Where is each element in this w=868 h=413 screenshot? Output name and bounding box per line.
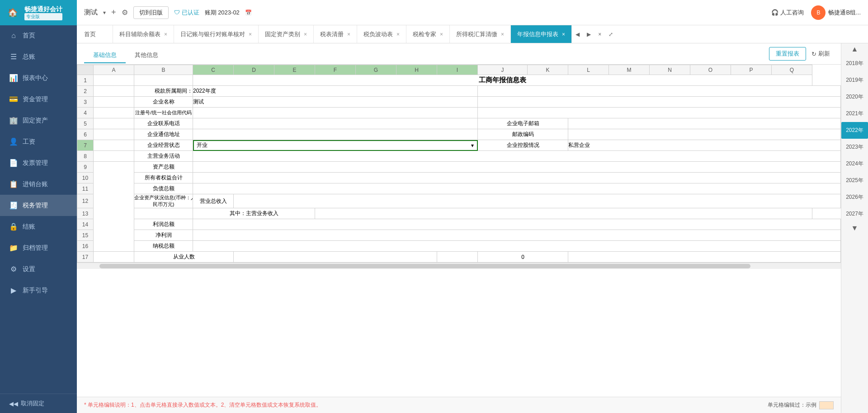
col-header-P[interactable]: P <box>731 65 772 75</box>
tab-tax-fluctuation[interactable]: 税负波动表 × <box>357 25 406 43</box>
sidebar-item-tax[interactable]: 🧾 税务管理 <box>0 195 77 216</box>
sidebar-item-archive[interactable]: 📁 归档管理 <box>0 237 77 258</box>
cell-A2[interactable] <box>94 86 134 97</box>
tab-other-info[interactable]: 其他信息 <box>126 48 167 63</box>
cell-D13[interactable]: 其中：主营业务收入 <box>193 208 315 219</box>
col-header-A[interactable]: A <box>94 65 134 75</box>
cell-D12[interactable] <box>234 194 841 208</box>
cell-C5[interactable] <box>193 118 478 129</box>
cell-C11[interactable] <box>193 183 841 194</box>
cell-A6[interactable] <box>94 129 134 140</box>
tab-home[interactable]: 首页 <box>77 25 113 43</box>
year-2024[interactable]: 2024年 <box>841 155 868 172</box>
cell-C4[interactable] <box>193 108 478 118</box>
year-2022[interactable]: 2022年 <box>841 122 868 139</box>
sidebar-item-funds[interactable]: 💳 资金管理 <box>0 89 77 110</box>
tab-close-icon[interactable]: × <box>164 31 167 38</box>
sidebar-item-invoice[interactable]: 📄 发票管理 <box>0 152 77 174</box>
add-tab-button[interactable]: + <box>111 8 116 17</box>
year-2020[interactable]: 2020年 <box>841 89 868 105</box>
year-panel-up-button[interactable]: ▲ <box>849 43 860 55</box>
cell-G13[interactable] <box>315 208 812 219</box>
cell-B15[interactable]: 净利润 <box>134 230 193 241</box>
cell-C7[interactable]: 开业 ▾ <box>193 140 478 151</box>
tab-annual-report[interactable]: 年报信息申报表 × <box>511 25 572 43</box>
cell-L6[interactable] <box>568 129 841 140</box>
tab-income-tax[interactable]: 所得税汇算清缴 × <box>450 25 511 43</box>
col-header-M[interactable]: M <box>609 65 650 75</box>
cell-C10[interactable] <box>193 173 841 183</box>
tab-bank-reconcile[interactable]: 日记账与银行对账单核对 × <box>174 25 259 43</box>
cell-B9[interactable]: 资产总额 <box>134 162 193 173</box>
col-header-Q[interactable]: Q <box>772 65 812 75</box>
cell-title[interactable]: 工商年报信息表 <box>193 75 812 86</box>
settings-gear-icon[interactable]: ⚙ <box>122 8 128 17</box>
cell-B1[interactable] <box>134 75 193 86</box>
cell-C3[interactable]: 测试 <box>193 97 478 108</box>
tab-close-icon[interactable]: × <box>347 31 350 38</box>
col-header-F[interactable]: F <box>315 65 356 75</box>
sidebar-item-home[interactable]: ⌂ 首页 <box>0 25 77 46</box>
sidebar-item-purchase[interactable]: 📋 进销台账 <box>0 174 77 195</box>
refresh-button[interactable]: ↻ 刷新 <box>811 50 830 58</box>
cell-C2[interactable]: 2022年度 <box>193 86 478 97</box>
col-header-J[interactable]: J <box>478 65 528 75</box>
cell-B5[interactable]: 企业联系电话 <box>134 118 193 129</box>
cell-B3[interactable]: 企业名称 <box>134 97 193 108</box>
calendar-icon[interactable]: 📅 <box>245 9 252 16</box>
sidebar-item-settings[interactable]: ⚙ 设置 <box>0 258 77 280</box>
tab-expand-button[interactable]: ⤢ <box>605 25 617 43</box>
sidebar-item-ledger[interactable]: ☰ 总账 <box>0 46 77 67</box>
cell-B10[interactable]: 所有者权益合计 <box>134 173 193 183</box>
cell-B14[interactable]: 利润总额 <box>134 219 193 230</box>
tab-tax-expert[interactable]: 税检专家 × <box>406 25 450 43</box>
year-2027[interactable]: 2027年 <box>841 206 868 222</box>
horizontal-scrollbar[interactable] <box>77 263 841 269</box>
cell-B11[interactable]: 负债总额 <box>134 183 193 194</box>
cell-J3[interactable] <box>478 97 841 108</box>
user-menu[interactable]: B 畅捷通B组... <box>811 5 861 20</box>
cell-L17[interactable] <box>568 252 841 263</box>
cell-A5[interactable] <box>94 118 134 129</box>
col-header-O[interactable]: O <box>690 65 731 75</box>
cell-J6[interactable]: 邮政编码 <box>478 129 568 140</box>
tab-next-button[interactable]: ▶ <box>583 25 594 43</box>
year-2019[interactable]: 2019年 <box>841 72 868 89</box>
sidebar-item-close[interactable]: 🔒 结账 <box>0 216 77 237</box>
cell-C16[interactable] <box>193 241 841 252</box>
sidebar-item-guide[interactable]: ▶ 新手引导 <box>0 280 77 301</box>
col-header-I[interactable]: I <box>437 65 478 75</box>
tab-fixed-assets-cat[interactable]: 固定资产类别 × <box>259 25 314 43</box>
dropdown-arrow-icon[interactable]: ▾ <box>103 9 106 16</box>
tab-close-icon[interactable]: × <box>249 31 252 38</box>
col-header-C[interactable]: C <box>193 65 234 75</box>
cell-B2[interactable]: 税款所属期间： <box>134 86 193 97</box>
cell-J4[interactable] <box>478 108 841 118</box>
tab-close-icon[interactable]: × <box>304 31 307 38</box>
tab-close-icon[interactable]: × <box>562 31 565 38</box>
cell-B8[interactable]: 主营业务活动 <box>134 151 193 162</box>
sidebar-footer-pin[interactable]: ◀◀ 取消固定 <box>0 394 77 413</box>
cell-A17[interactable] <box>94 252 134 263</box>
year-2023[interactable]: 2023年 <box>841 139 868 155</box>
year-2025[interactable]: 2025年 <box>841 172 868 189</box>
cell-C12[interactable]: 营业总收入 <box>193 194 234 208</box>
cell-B7[interactable]: 企业经营状态 <box>134 140 193 151</box>
cell-J17[interactable]: 0 <box>478 252 568 263</box>
tab-basic-info[interactable]: 基础信息 <box>84 48 126 63</box>
sidebar-item-payroll[interactable]: 👤 工资 <box>0 131 77 152</box>
cell-J7[interactable]: 企业控股情况 <box>478 140 568 151</box>
cell-A1[interactable] <box>94 75 134 86</box>
year-2021[interactable]: 2021年 <box>841 105 868 122</box>
scroll-thumb[interactable] <box>99 264 750 268</box>
cell-C14[interactable] <box>193 219 841 230</box>
tab-close-icon[interactable]: × <box>501 31 504 38</box>
cell-A4[interactable] <box>94 108 134 118</box>
cell-C13[interactable] <box>134 208 193 219</box>
col-header-D[interactable]: D <box>234 65 274 75</box>
year-2026[interactable]: 2026年 <box>841 189 868 206</box>
tab-close-all-button[interactable]: × <box>594 25 605 43</box>
cell-C6[interactable] <box>193 129 478 140</box>
tab-close-icon[interactable]: × <box>440 31 443 38</box>
col-header-E[interactable]: E <box>274 65 315 75</box>
